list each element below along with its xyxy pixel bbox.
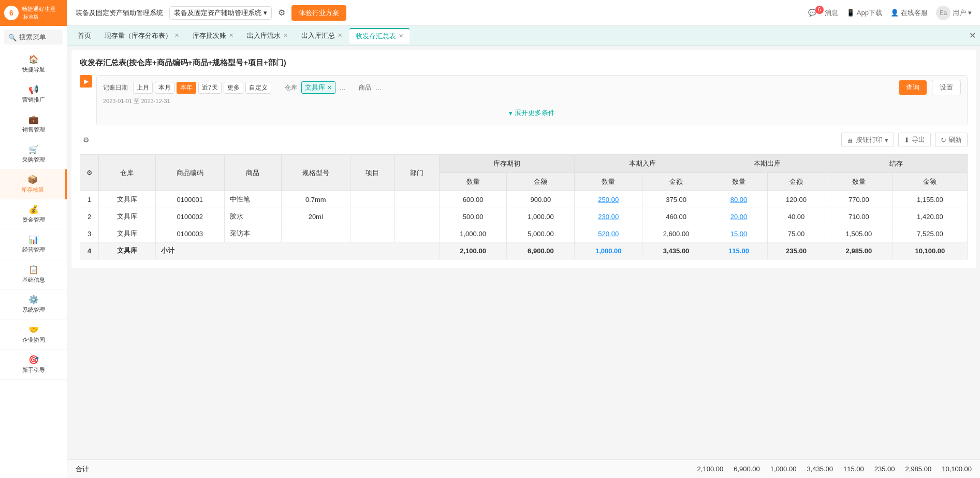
cell-out-qty-2[interactable]: 15.00 [710,225,767,242]
tab-home[interactable]: 首页 [71,28,97,43]
online-service-label: 在线客服 [901,8,928,18]
sidebar: 6 畅捷通好生意 标准版 🔍 搜索菜单 🏠快捷导航📢营销推广💼销售管理🛒采购管理… [0,0,67,478]
sidebar-item-label-operation: 经营管理 [22,246,45,254]
sidebar-item-inventory[interactable]: 📦库存核算 [0,169,67,199]
tab-batch[interactable]: 库存批次账✕ [186,28,240,43]
tab-inout-flow[interactable]: 出入库流水✕ [241,28,294,43]
th-balance-group: 结存 [825,155,968,173]
query-button[interactable]: 查询 [899,80,927,95]
warehouse-filter-label: 仓库 [285,83,297,92]
goods-filter-label: 商品 [359,83,371,92]
goods-more-icon[interactable]: ... [375,83,382,92]
sidebar-item-system[interactable]: ⚙️系统管理 [0,289,67,320]
search-menu-button[interactable]: 🔍 搜索菜单 [4,30,63,45]
avatar: Ea [936,6,950,20]
cell-warehouse-1: 文具库 [99,208,156,225]
setting-button[interactable]: 设置 [932,80,961,95]
cell-out-amt-0: 120.00 [767,191,825,208]
user-label: 用户 [953,8,966,18]
cell-sub-balance-amt: 10,100.00 [893,242,967,259]
tabbar-close-icon[interactable]: ✕ [969,31,976,40]
app-download-action[interactable]: 📱 App下载 [846,8,882,18]
total-out-qty: 115.00 [843,465,864,473]
date-btn-last-month[interactable]: 上月 [133,82,153,94]
sidebar-item-enterprise[interactable]: 🤝企业协同 [0,320,67,350]
date-btn-this-month[interactable]: 本月 [155,82,174,94]
message-action[interactable]: 💬 6 消息 [808,8,838,18]
warehouse-filter-tag[interactable]: 文具库 ✕ [301,81,335,94]
data-table: ⚙ 仓库 商品编码 商品 规格型号 项目 部门 库存期初 本期入库 本期出库 结… [80,154,968,259]
sidebar-nav: 🏠快捷导航📢营销推广💼销售管理🛒采购管理📦库存核算💰资金管理📊经营管理📋基础信息… [0,49,67,478]
cell-in-qty-2[interactable]: 520.00 [575,225,642,242]
warehouse-tag-close[interactable]: ✕ [327,84,332,91]
sidebar-item-finance[interactable]: 💰资金管理 [0,199,67,229]
sidebar-item-label-enterprise: 企业协同 [22,336,45,344]
tab-label-inout-flow: 出入库流水 [247,31,281,40]
date-btn-7days[interactable]: 近7天 [198,82,222,94]
sidebar-item-marketing[interactable]: 📢营销推广 [0,79,67,109]
topbar: 装备及固定资产辅助管理系统 装备及固定资产辅助管理系统 ▾ ⚙ 体验行业方案 💬… [67,0,980,26]
sidebar-item-label-basic: 基础信息 [22,276,45,284]
cell-sub-out-qty[interactable]: 115.00 [710,242,767,259]
print-button[interactable]: 🖨 按钮打印 ▾ [841,133,894,147]
date-btn-more[interactable]: 更多 [224,82,243,94]
cell-no-2: 3 [80,225,99,242]
cell-sub-in-amt: 3,435.00 [642,242,710,259]
tab-inventory-dist[interactable]: 现存量（库存分布表）✕ [98,28,185,43]
tab-collect-summary[interactable]: 收发存汇总表✕ [349,28,409,44]
warehouse-more-icon[interactable]: ... [340,83,346,92]
refresh-button[interactable]: ↻ 刷新 [935,133,968,147]
system-icon: ⚙️ [28,295,39,305]
cell-spec-2 [281,225,350,242]
settings-icon[interactable]: ⚙ [278,8,285,18]
trial-button[interactable]: 体验行业方案 [291,5,346,21]
cell-dept-2 [394,225,439,242]
sidebar-item-label-purchase: 采购管理 [22,156,45,164]
tabbar: 首页现存量（库存分布表）✕库存批次账✕出入库流水✕出入库汇总✕收发存汇总表✕✕ [67,26,980,46]
export-label: 导出 [912,135,925,144]
cell-in-qty-0[interactable]: 250.00 [575,191,642,208]
sidebar-item-label-marketing: 营销推广 [22,96,45,104]
export-button[interactable]: ⬇ 导出 [898,133,931,147]
sidebar-item-guide[interactable]: 🎯新手引导 [0,350,67,380]
sidebar-item-purchase[interactable]: 🛒采购管理 [0,139,67,169]
chevron-down-icon: ▾ [264,9,267,17]
date-btn-custom[interactable]: 自定义 [245,82,271,94]
tab-inout-summary[interactable]: 出入库汇总✕ [295,28,348,43]
expand-conditions-btn[interactable]: ▾ 展开更多条件 [103,105,961,121]
search-menu-label: 搜索菜单 [19,33,46,42]
tab-label-inventory-dist: 现存量（库存分布表） [105,31,172,40]
th-code: 商品编码 [155,155,224,191]
enterprise-icon: 🤝 [28,325,39,335]
cell-balance-qty-1: 710.00 [825,208,893,225]
th-in-group: 本期入库 [575,155,710,173]
tab-close-batch[interactable]: ✕ [229,32,233,39]
sidebar-item-quicknav[interactable]: 🏠快捷导航 [0,49,67,79]
th-gear: ⚙ [80,155,99,191]
gear-settings-icon[interactable]: ⚙ [80,134,92,146]
system-select[interactable]: 装备及固定资产辅助管理系统 ▾ [169,6,272,20]
table-row: 1 文具库 0100001 中性笔 0.7mm 600.00 900.00 25… [80,191,968,208]
cell-sub-out-amt: 235.00 [767,242,825,259]
user-menu[interactable]: Ea 用户 ▾ [936,6,972,20]
tab-close-collect-summary[interactable]: ✕ [399,33,403,39]
cell-opening-qty-2: 1,000.00 [439,225,507,242]
print-chevron: ▾ [885,136,888,144]
cell-in-qty-1[interactable]: 230.00 [575,208,642,225]
th-out-group: 本期出库 [710,155,825,173]
table-toolbar: ⚙ 🖨 按钮打印 ▾ ⬇ 导出 ↻ 刷新 [80,129,968,150]
date-btn-this-year[interactable]: 本年 [177,82,196,94]
date-filter-buttons: 上月 本月 本年 近7天 更多 自定义 [133,82,271,94]
cell-sub-in-qty[interactable]: 1,000.00 [575,242,642,259]
sidebar-item-sales[interactable]: 💼销售管理 [0,109,67,139]
filter-toggle-btn[interactable]: ▶ [80,75,92,88]
cell-out-qty-0[interactable]: 80.00 [710,191,767,208]
sidebar-item-operation[interactable]: 📊经营管理 [0,229,67,259]
online-service-action[interactable]: 👤 在线客服 [890,8,928,18]
tab-close-inout-flow[interactable]: ✕ [283,32,288,39]
tab-close-inout-summary[interactable]: ✕ [338,32,342,39]
sidebar-item-basic[interactable]: 📋基础信息 [0,259,67,289]
cell-out-qty-1[interactable]: 20.00 [710,208,767,225]
tab-close-inventory-dist[interactable]: ✕ [174,32,179,39]
topbar-actions: 💬 6 消息 📱 App下载 👤 在线客服 Ea 用户 ▾ [808,6,972,20]
